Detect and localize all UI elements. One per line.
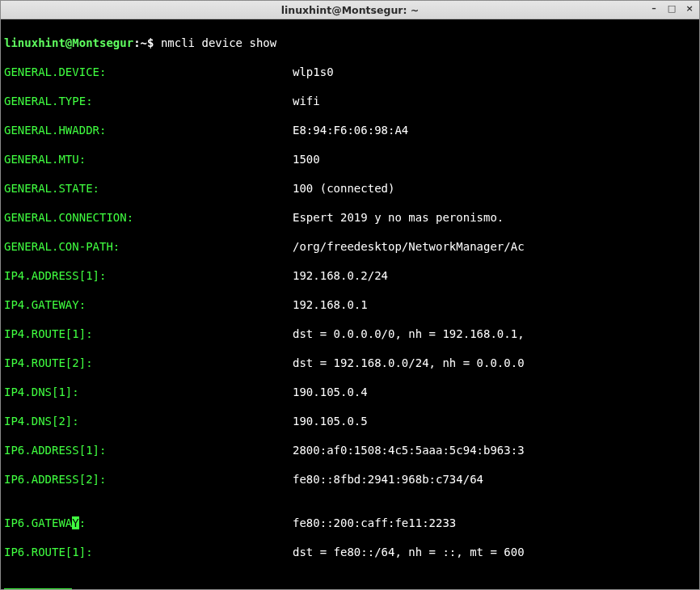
kv-value: 190.105.0.4 <box>293 385 368 399</box>
kv-label: IP4.DNS[1]: <box>4 385 293 399</box>
kv-row: GENERAL.STATE:100 (connected) <box>4 181 696 196</box>
kv-row: GENERAL.MTU:1500 <box>4 152 696 166</box>
kv-value: fe80::200:caff:fe11:2233 <box>293 516 456 530</box>
kv-value: fe80::8fbd:2941:968b:c734/64 <box>293 472 483 487</box>
prompt-user-host: linuxhint@Montsegur <box>4 36 133 50</box>
kv-label: IP6.ROUTE[1]: <box>4 545 293 559</box>
kv-row: IP4.ROUTE[2]:dst = 192.168.0.0/24, nh = … <box>4 356 696 370</box>
kv-value: 100 (connected) <box>293 181 394 196</box>
pager-rest: ...skipping... <box>72 588 167 589</box>
kv-row: IP6.ADDRESS[2]:fe80::8fbd:2941:968b:c734… <box>4 472 696 487</box>
kv-value: /org/freedesktop/NetworkManager/Ac <box>293 239 525 254</box>
kv-label: GENERAL.TYPE: <box>4 94 293 108</box>
kv-row: IP4.ADDRESS[1]:192.168.0.2/24 <box>4 268 696 283</box>
kv-row: IP6.GATEWAY:fe80::200:caff:fe11:2233 <box>4 516 696 530</box>
kv-row: IP6.ROUTE[1]:dst = fe80::/64, nh = ::, m… <box>4 545 696 559</box>
kv-row: IP6.ADDRESS[1]:2800:af0:1508:4c5:5aaa:5c… <box>4 443 696 457</box>
kv-row: GENERAL.CON-PATH:/org/freedesktop/Networ… <box>4 239 696 254</box>
prompt-dollar: $ <box>147 36 161 50</box>
kv-value: 192.168.0.1 <box>293 297 368 312</box>
pager-line: lines 1-17...skipping... <box>4 588 696 589</box>
close-icon[interactable]: × <box>683 2 696 14</box>
pager-status: lines 1-17 <box>4 588 72 589</box>
kv-value: wlp1s0 <box>293 65 334 79</box>
terminal-window: linuxhint@Montsegur: ~ – □ × linuxhint@M… <box>0 0 700 590</box>
kv-value: E8:94:F6:06:98:A4 <box>293 123 408 137</box>
kv-label: IP4.ROUTE[2]: <box>4 356 293 370</box>
kv-row: IP4.GATEWAY:192.168.0.1 <box>4 297 696 312</box>
kv-row: GENERAL.CONNECTION:Espert 2019 y no mas … <box>4 210 696 225</box>
kv-value: 190.105.0.5 <box>293 414 368 428</box>
kv-label: IP6.ADDRESS[2]: <box>4 472 293 487</box>
terminal-viewport[interactable]: linuxhint@Montsegur:~$ nmcli device show… <box>1 19 699 589</box>
kv-row: IP4.ROUTE[1]:dst = 0.0.0.0/0, nh = 192.1… <box>4 327 696 341</box>
text-cursor: Y <box>72 516 78 529</box>
kv-label: GENERAL.CON-PATH: <box>4 239 293 254</box>
window-controls: – □ × <box>647 2 696 14</box>
kv-label: IP4.ADDRESS[1]: <box>4 268 293 283</box>
kv-label: IP6.ADDRESS[1]: <box>4 443 293 457</box>
kv-row: GENERAL.TYPE:wifi <box>4 94 696 108</box>
kv-row: IP4.DNS[2]:190.105.0.5 <box>4 414 696 428</box>
kv-label: IP6.GATEWAY: <box>4 516 293 530</box>
kv-label: GENERAL.CONNECTION: <box>4 210 293 225</box>
kv-label: GENERAL.STATE: <box>4 181 293 196</box>
kv-value: dst = fe80::/64, nh = ::, mt = 600 <box>293 545 525 559</box>
minimize-icon[interactable]: – <box>647 2 660 14</box>
kv-row: IP4.DNS[1]:190.105.0.4 <box>4 385 696 399</box>
kv-row: GENERAL.DEVICE:wlp1s0 <box>4 65 696 79</box>
kv-label: IP4.DNS[2]: <box>4 414 293 428</box>
kv-value: dst = 0.0.0.0/0, nh = 192.168.0.1, <box>293 327 525 341</box>
prompt-command: nmcli device show <box>161 36 276 50</box>
prompt-cwd: ~ <box>141 36 147 50</box>
kv-label: GENERAL.MTU: <box>4 152 293 166</box>
kv-value: 1500 <box>293 152 320 166</box>
maximize-icon[interactable]: □ <box>665 2 678 14</box>
kv-value: dst = 192.168.0.0/24, nh = 0.0.0.0 <box>293 356 525 370</box>
window-title: linuxhint@Montsegur: ~ <box>1 4 699 16</box>
kv-value: wifi <box>293 94 320 108</box>
kv-label: IP4.ROUTE[1]: <box>4 327 293 341</box>
kv-value: Espert 2019 y no mas peronismo. <box>293 210 504 225</box>
kv-label: GENERAL.DEVICE: <box>4 65 293 79</box>
prompt-line: linuxhint@Montsegur:~$ nmcli device show <box>4 36 696 50</box>
kv-label: IP4.GATEWAY: <box>4 297 293 312</box>
kv-value: 2800:af0:1508:4c5:5aaa:5c94:b963:3 <box>293 443 525 457</box>
kv-row: GENERAL.HWADDR:E8:94:F6:06:98:A4 <box>4 123 696 137</box>
kv-label: GENERAL.HWADDR: <box>4 123 293 137</box>
titlebar[interactable]: linuxhint@Montsegur: ~ – □ × <box>1 1 699 19</box>
prompt-colon: : <box>133 36 140 50</box>
kv-value: 192.168.0.2/24 <box>293 268 388 283</box>
